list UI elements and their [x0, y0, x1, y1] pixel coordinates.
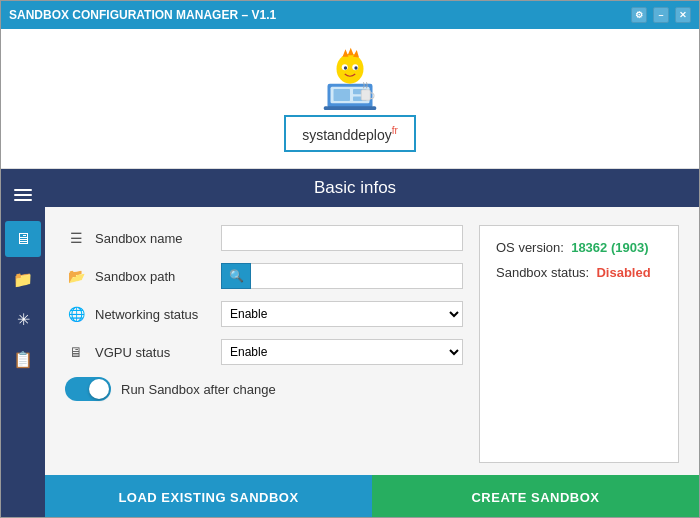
- path-search-button[interactable]: 🔍: [221, 263, 251, 289]
- load-sandbox-button[interactable]: LOAD EXISTING SANDBOX: [45, 475, 372, 518]
- svg-point-6: [337, 53, 364, 83]
- create-sandbox-button[interactable]: CREATE SANDBOX: [372, 475, 699, 518]
- sandbox-name-row: ☰ Sandbox name: [65, 225, 463, 251]
- vgpu-select[interactable]: Enable Disable: [221, 339, 463, 365]
- title-bar: SANDBOX CONFIGURATION MANAGER – V1.1 ⚙ –…: [1, 1, 699, 29]
- sidebar-item-hamburger[interactable]: [5, 177, 41, 213]
- sidebar-item-folder[interactable]: 📁: [5, 261, 41, 297]
- os-version-value: 18362 (1903): [571, 240, 648, 255]
- toggle-label: Run Sandbox after change: [121, 382, 276, 397]
- networking-select[interactable]: Enable Disable: [221, 301, 463, 327]
- sandbox-name-label: Sandbox name: [95, 231, 213, 246]
- sandbox-status-label: Sandbox status:: [496, 265, 589, 280]
- svg-marker-9: [353, 50, 359, 58]
- mascot-image: [320, 45, 380, 115]
- sandbox-name-icon: ☰: [65, 230, 87, 246]
- content-area: Basic infos ☰ Sandbox name 📂 Sandbox pat…: [45, 169, 699, 518]
- title-bar-controls: ⚙ – ✕: [631, 7, 691, 23]
- main-layout: 🖥 📁 ✳ 📋 Basic infos ☰ Sandbox name 📂: [1, 169, 699, 518]
- form-area: ☰ Sandbox name 📂 Sandbox path 🔍 🌐: [45, 207, 699, 475]
- sidebar-item-display[interactable]: 🖥: [5, 221, 41, 257]
- networking-icon: 🌐: [65, 306, 87, 322]
- run-sandbox-toggle[interactable]: [65, 377, 111, 401]
- svg-marker-7: [343, 49, 349, 57]
- sidebar: 🖥 📁 ✳ 📋: [1, 169, 45, 518]
- app-title: SANDBOX CONFIGURATION MANAGER – V1.1: [9, 8, 276, 22]
- toggle-knob: [89, 379, 109, 399]
- path-row: 🔍: [221, 263, 463, 289]
- bottom-bar: LOAD EXISTING SANDBOX CREATE SANDBOX: [45, 475, 699, 518]
- networking-row: 🌐 Networking status Enable Disable: [65, 301, 463, 327]
- os-version-label: OS version:: [496, 240, 564, 255]
- sidebar-item-list[interactable]: 📋: [5, 341, 41, 377]
- sidebar-item-asterisk[interactable]: ✳: [5, 301, 41, 337]
- os-version-row: OS version: 18362 (1903): [496, 240, 662, 255]
- sandbox-status-row: Sandbox status: Disabled: [496, 265, 662, 280]
- section-header: Basic infos: [45, 169, 699, 207]
- sandbox-path-input[interactable]: [251, 263, 463, 289]
- networking-label: Networking status: [95, 307, 213, 322]
- toggle-row: Run Sandbox after change: [65, 377, 463, 401]
- logo-container: systanddeployfr: [284, 45, 416, 153]
- header: systanddeployfr: [1, 29, 699, 169]
- svg-rect-2: [324, 106, 377, 110]
- logo-tld: fr: [392, 125, 398, 136]
- section-title: Basic infos: [61, 178, 683, 198]
- hamburger-icon: [14, 189, 32, 201]
- minimize-button[interactable]: –: [653, 7, 669, 23]
- form-left: ☰ Sandbox name 📂 Sandbox path 🔍 🌐: [65, 225, 463, 463]
- sandbox-path-row: 📂 Sandbox path 🔍: [65, 263, 463, 289]
- sandbox-path-label: Sandbox path: [95, 269, 213, 284]
- sandbox-status-value: Disabled: [596, 265, 650, 280]
- logo-text: systanddeployfr: [302, 125, 398, 143]
- svg-point-12: [344, 66, 347, 69]
- vgpu-row: 🖥 VGPU status Enable Disable: [65, 339, 463, 365]
- svg-rect-3: [334, 89, 351, 101]
- svg-rect-14: [361, 89, 370, 100]
- vgpu-label: VGPU status: [95, 345, 213, 360]
- sandbox-path-icon: 📂: [65, 268, 87, 284]
- info-panel: OS version: 18362 (1903) Sandbox status:…: [479, 225, 679, 463]
- svg-marker-8: [348, 47, 354, 55]
- settings-button[interactable]: ⚙: [631, 7, 647, 23]
- svg-point-13: [354, 66, 357, 69]
- close-button[interactable]: ✕: [675, 7, 691, 23]
- sandbox-name-input[interactable]: [221, 225, 463, 251]
- vgpu-icon: 🖥: [65, 344, 87, 360]
- logo-box: systanddeployfr: [284, 115, 416, 153]
